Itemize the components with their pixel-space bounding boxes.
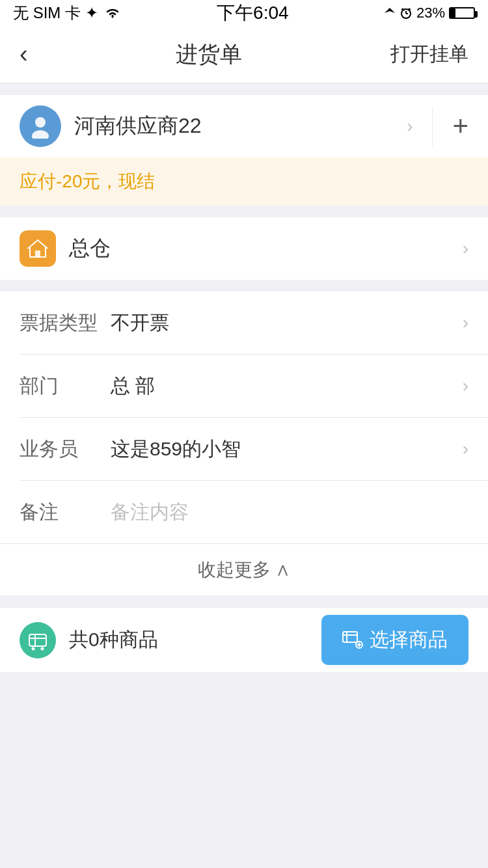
status-right: 23% bbox=[384, 5, 475, 21]
location-icon bbox=[384, 7, 396, 19]
warehouse-name: 总仓 bbox=[69, 234, 463, 263]
notice-banner: 应付-20元，现结 bbox=[0, 157, 488, 206]
status-bar: 无 SIM 卡 ✦ 下午6:04 23% bbox=[0, 0, 488, 26]
mid-separator bbox=[0, 206, 488, 217]
notice-text: 应付-20元，现结 bbox=[20, 171, 155, 191]
status-time: 下午6:04 bbox=[217, 1, 289, 25]
remark-row[interactable]: 备注 备注内容 bbox=[0, 481, 488, 543]
form-section: 票据类型 不开票 › 部门 总 部 › 业务员 这是859的小智 › 备注 备注… bbox=[0, 292, 488, 595]
battery-icon bbox=[449, 7, 475, 19]
cart-icon bbox=[27, 629, 49, 651]
product-icon-wrap bbox=[20, 622, 56, 658]
collapse-row[interactable]: 收起更多 ∧ bbox=[0, 543, 488, 595]
svg-point-13 bbox=[41, 647, 44, 650]
house-icon bbox=[27, 237, 49, 260]
supplier-avatar bbox=[20, 105, 61, 147]
salesperson-row[interactable]: 业务员 这是859的小智 › bbox=[0, 418, 488, 480]
supplier-name: 河南供应商22 bbox=[74, 112, 407, 141]
invoice-type-value: 不开票 bbox=[111, 310, 463, 336]
svg-rect-14 bbox=[343, 632, 357, 642]
nav-bar: ‹ 进货单 打开挂单 bbox=[0, 26, 488, 83]
open-pending-button[interactable]: 打开挂单 bbox=[390, 41, 468, 68]
select-product-button[interactable]: 选择商品 bbox=[321, 615, 468, 665]
main-content: 河南供应商22 › + 应付-20元，现结 总仓 › 票据类型 不开票 › bbox=[0, 83, 488, 868]
select-product-label: 选择商品 bbox=[370, 627, 448, 653]
warehouse-icon bbox=[20, 230, 56, 267]
wifi-icon bbox=[103, 7, 122, 20]
salesperson-value: 这是859的小智 bbox=[111, 436, 463, 463]
department-row[interactable]: 部门 总 部 › bbox=[0, 355, 488, 417]
warehouse-row[interactable]: 总仓 › bbox=[0, 217, 488, 280]
remark-input[interactable]: 备注内容 bbox=[111, 499, 468, 526]
department-value: 总 部 bbox=[111, 373, 463, 400]
back-button[interactable]: ‹ bbox=[20, 40, 28, 68]
top-separator bbox=[0, 83, 488, 95]
status-left: 无 SIM 卡 ✦ bbox=[13, 3, 122, 23]
person-icon bbox=[28, 114, 53, 139]
supplier-divider bbox=[432, 107, 433, 146]
salesperson-arrow-icon: › bbox=[463, 439, 468, 459]
svg-rect-9 bbox=[29, 634, 46, 646]
department-label: 部门 bbox=[20, 373, 111, 400]
bottom-separator bbox=[0, 595, 488, 607]
invoice-type-arrow-icon: › bbox=[463, 312, 468, 333]
warehouse-arrow-icon: › bbox=[463, 238, 468, 259]
bottom-bar: 共0种商品 选择商品 bbox=[0, 607, 488, 672]
remark-label: 备注 bbox=[20, 499, 111, 526]
battery-percent: 23% bbox=[416, 5, 445, 21]
product-count: 共0种商品 bbox=[69, 627, 321, 653]
page-title: 进货单 bbox=[176, 40, 242, 70]
department-arrow-icon: › bbox=[463, 375, 468, 396]
supplier-row[interactable]: 河南供应商22 › + bbox=[0, 95, 488, 157]
select-product-icon bbox=[342, 631, 363, 649]
form-separator bbox=[0, 280, 488, 292]
add-supplier-button[interactable]: + bbox=[452, 111, 468, 142]
alarm-icon bbox=[400, 7, 413, 20]
svg-point-5 bbox=[35, 117, 46, 128]
svg-point-6 bbox=[32, 130, 49, 139]
supplier-arrow-icon: › bbox=[407, 116, 413, 137]
sim-status: 无 SIM 卡 ✦ bbox=[13, 3, 98, 23]
svg-point-12 bbox=[32, 647, 35, 650]
salesperson-label: 业务员 bbox=[20, 436, 111, 463]
collapse-button[interactable]: 收起更多 ∧ bbox=[198, 558, 291, 582]
invoice-type-label: 票据类型 bbox=[20, 310, 111, 336]
svg-rect-8 bbox=[35, 251, 40, 257]
invoice-type-row[interactable]: 票据类型 不开票 › bbox=[0, 292, 488, 354]
